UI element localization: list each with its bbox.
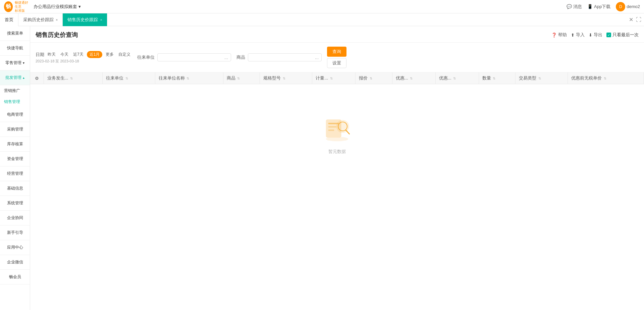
partner-filter-group: 往来单位 ... [137,53,231,61]
tab-sales-label: 销售历史价跟踪 [67,17,98,23]
tab-bar: 首页 采购历史价跟踪 × 销售历史价跟踪 × ✕ ⛶ [0,13,644,26]
th-settings[interactable]: ⚙ [30,72,44,84]
sidebar-item-app-center[interactable]: 应用中心 [0,240,30,255]
partner-input-wrap: ... [157,53,231,61]
th-partner-name[interactable]: 往来单位名称 ⇅ [155,72,223,84]
tab-sales-close[interactable]: × [100,18,102,22]
empty-icon [320,111,354,145]
sidebar-item-purchase[interactable]: 采购管理 [0,122,30,137]
sidebar-item-operation[interactable]: 经营管理 [0,166,30,181]
th-qty[interactable]: 数量 ⇅ [479,72,515,84]
sort-icon: ⇅ [604,76,606,80]
sidebar-item-sales-mgmt[interactable]: 销售管理 [0,96,30,107]
th-quote[interactable]: 报价 ⇅ [356,72,392,84]
date-filter-group: 日期 昨天 今天 近7天 近1月 更多 自定义 2023-02-18 至 202… [36,51,132,64]
sidebar-item-vip[interactable]: 畅会员 [0,270,30,285]
sidebar-item-label: 企业协同 [7,215,23,221]
partner-input[interactable] [160,55,224,60]
table-wrap: ⚙ 业务发生... ⇅ 往来单位 ⇅ 往来单位名称 [30,72,644,310]
sort-icon: ⇅ [493,76,495,80]
product-filter-group: 商品 ... [236,53,322,61]
date-label: 日期 [36,52,44,58]
sort-icon: ⇅ [330,76,333,80]
main-layout: 搜索菜单 快捷导航 零售管理 ▾ 批发管理 ▴ 营销推广 销售管理 电商管理 采… [0,26,644,310]
sidebar-item-label: 搜索菜单 [7,31,23,36]
sidebar-item-label: 电商管理 [7,112,23,117]
help-btn[interactable]: ❓ 帮助 [551,32,567,38]
tab-maximize-btn[interactable]: ⛶ [636,17,641,23]
tab-sales[interactable]: 销售历史价跟踪 × [63,13,107,26]
tab-home[interactable]: 首页 [0,13,18,26]
date-btn-1month[interactable]: 近1月 [87,51,103,58]
th-partner-code[interactable]: 往来单位 ⇅ [103,72,155,84]
sidebar-item-wholesale-mgmt[interactable]: 批发管理 ▴ [0,70,30,85]
sidebar-item-retail-mgmt[interactable]: 零售管理 ▾ [0,56,30,70]
data-table: ⚙ 业务发生... ⇅ 往来单位 ⇅ 往来单位名称 [30,72,644,84]
date-btn-more[interactable]: 更多 [104,51,115,58]
sidebar-item-finance[interactable]: 资金管理 [0,152,30,166]
sidebar-item-basic-info[interactable]: 基础信息 [0,181,30,196]
tab-close-all-btn[interactable]: ✕ [629,16,633,23]
page-title: 销售历史价查询 [36,31,78,39]
product-input[interactable] [251,55,315,60]
partner-label: 往来单位 [137,54,155,60]
sidebar-item-ecom[interactable]: 电商管理 [0,107,30,122]
sidebar-item-guide[interactable]: 新手引导 [0,225,30,240]
sort-icon: ⇅ [410,76,413,80]
sidebar-item-label: 经营管理 [7,171,23,176]
svg-rect-3 [328,126,336,127]
export-btn[interactable]: ⬇ 导出 [589,32,602,38]
product-search-dots[interactable]: ... [315,55,319,60]
logo-area: 畅 畅捷通好生意 标准版 [4,1,31,13]
sidebar-item-sys-mgmt[interactable]: 系统管理 [0,196,30,211]
empty-text: 暂元数据 [328,149,346,155]
sort-icon: ⇅ [453,76,456,80]
sidebar-item-label: 快捷导航 [7,45,23,51]
th-unit[interactable]: 计量... ⇅ [312,72,356,84]
th-biz-date[interactable]: 业务发生... ⇅ [44,72,103,84]
svg-line-7 [346,130,350,134]
th-spec[interactable]: 规格型号 ⇅ [260,72,312,84]
date-btn-yesterday[interactable]: 昨天 [46,51,57,58]
user-info[interactable]: D demo2 [616,2,640,11]
query-btn[interactable]: 查询 [327,47,346,57]
sidebar-item-label: 零售管理 [5,60,21,66]
sidebar-item-quick-nav[interactable]: 快捷导航 [0,41,30,56]
btn-group-right: 查询 设置 [327,47,346,68]
sidebar-item-inventory[interactable]: 库存核算 [0,137,30,152]
sidebar-item-enterprise[interactable]: 企业协同 [0,211,30,225]
import-icon: ⬆ [571,33,575,38]
export-icon: ⬇ [589,33,592,38]
th-pre-tax-price[interactable]: 优惠前无税单价 ⇅ [568,72,644,84]
import-btn[interactable]: ⬆ 导入 [571,32,585,38]
sidebar-item-label: 采购管理 [7,126,23,132]
partner-search-dots[interactable]: ... [224,55,228,60]
th-discount-amt[interactable]: 优惠... ⇅ [435,72,479,84]
sidebar-item-search-menu[interactable]: 搜索菜单 [0,26,30,41]
empty-state: 暂元数据 [30,84,644,182]
th-product[interactable]: 商品 ⇅ [223,72,260,84]
date-btn-custom[interactable]: 自定义 [117,51,132,58]
tab-purchase-close[interactable]: × [56,18,58,22]
sidebar-item-wechat[interactable]: 企业微信 [0,255,30,270]
th-discount-rate[interactable]: 优惠... ⇅ [392,72,435,84]
date-btn-7days[interactable]: 近7天 [72,51,85,58]
tab-purchase-label: 采购历史价跟踪 [23,17,54,23]
top-header: 畅 畅捷通好生意 标准版 办公用品行业模拟账套 ▾ 💬 消息 📱 App下载 D… [0,0,644,13]
sort-icon: ⇅ [538,76,541,80]
only-last-checkbox[interactable]: ✓ 只看最后一次 [606,32,639,38]
settings-btn[interactable]: 设置 [327,58,346,68]
chevron-up-icon: ▴ [23,76,24,80]
sidebar-item-label: 基础信息 [7,186,23,191]
settings-icon: ⚙ [35,76,39,81]
tab-bar-right: ✕ ⛶ [629,16,644,23]
sidebar-item-label: 销售管理 [4,99,20,105]
date-btn-today[interactable]: 今天 [59,51,70,58]
tab-purchase[interactable]: 采购历史价跟踪 × [18,13,63,26]
th-trade-type[interactable]: 交易类型 ⇅ [516,72,568,84]
app-download-btn[interactable]: 📱 App下载 [587,4,610,10]
sidebar-item-label: 库存核算 [7,141,23,147]
message-btn[interactable]: 💬 消息 [567,4,582,10]
app-selector[interactable]: 办公用品行业模拟账套 ▾ [34,4,81,10]
sidebar-item-marketing[interactable]: 营销推广 [0,85,30,96]
